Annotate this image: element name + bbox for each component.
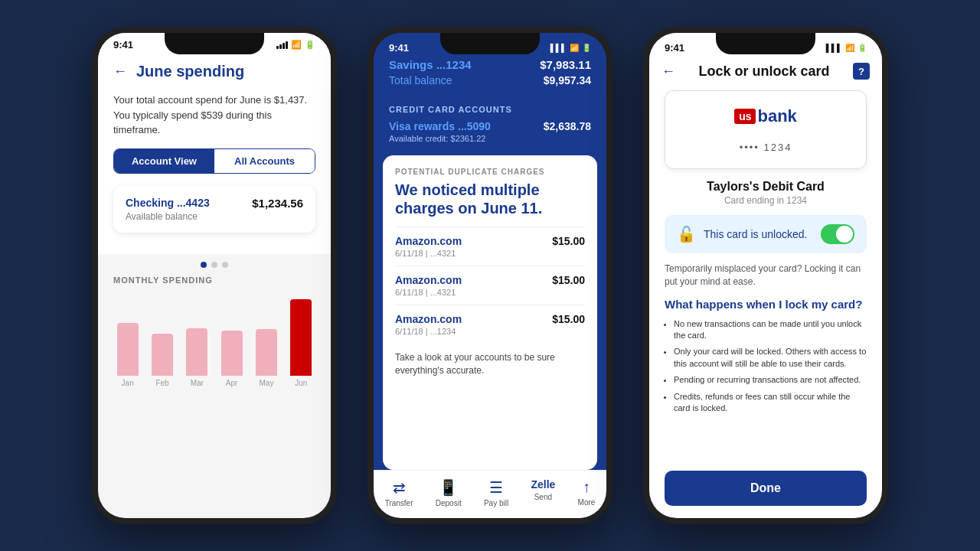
us-text: us (734, 109, 756, 124)
card-number: •••• 1234 (740, 142, 792, 153)
page-title-1: June spending (136, 63, 244, 80)
status-time-1: 9:41 (113, 39, 133, 51)
visa-row: Visa rewards ...5090 Available credit: $… (389, 120, 591, 143)
bank-text: bank (757, 106, 796, 126)
alert-heading: We noticed multiple charges on June 11. (395, 181, 585, 217)
status-bar-2: 9:41 ▌▌▌ 📶 🔋 (374, 33, 606, 57)
lock-status-bar: 🔓 This card is unlocked. (665, 215, 867, 253)
dot-1 (201, 262, 207, 268)
charge-amt-1: $15.00 (552, 235, 585, 247)
send-label: Send (534, 493, 552, 501)
visa-credit: Available credit: $2361.22 (389, 134, 491, 143)
status-bar-3: 9:41 ▌▌▌ 📶 🔋 (649, 33, 882, 57)
savings-amount: $7,983.11 (540, 58, 591, 71)
lock-bullets: No new transactions can be made until yo… (649, 318, 882, 419)
lock-status-text: This card is unlocked. (704, 228, 807, 240)
lock-toggle[interactable] (821, 224, 854, 244)
bar-label-may: May (260, 379, 274, 387)
transfer-icon: ⇄ (393, 478, 406, 497)
lock-description: Temporarily misplaced your card? Locking… (649, 262, 882, 289)
charge-row-2: Amazon.com 6/11/18 | ...4321 $15.00 (395, 266, 585, 305)
help-button[interactable]: ? (853, 63, 870, 80)
savings-name: Savings ...1234 (389, 58, 472, 71)
phone-1: 9:41 📶 🔋 ← June spending Your total acco… (92, 27, 337, 524)
dot-3 (222, 262, 228, 268)
card-visual: us bank •••• 1234 (665, 90, 867, 169)
view-toggle[interactable]: Account View All Accounts (113, 148, 315, 174)
nav-transfer[interactable]: ⇄ Transfer (385, 478, 413, 507)
status-bar-1: 9:41 📶 🔋 (98, 33, 331, 54)
cc-label: CREDIT CARD ACCOUNTS (389, 105, 591, 114)
total-amount: $9,957.34 (544, 74, 591, 86)
lock-bullet-1: No new transactions can be made until yo… (674, 318, 867, 342)
zelle-icon: Zelle (531, 478, 555, 491)
account-balance: $1,234.56 (252, 197, 303, 210)
savings-row: Savings ...1234 $7,983.11 (389, 58, 591, 71)
status-time-3: 9:41 (665, 42, 684, 54)
charge-row-3: Amazon.com 6/11/18 | ...1234 $15.00 (395, 305, 585, 344)
signal-icon (276, 41, 288, 49)
charge-amt-2: $15.00 (552, 274, 585, 286)
screen2-top: Savings ...1234 $7,983.11 Total balance … (374, 57, 606, 99)
back-button[interactable]: ← (113, 64, 127, 80)
all-accounts-button[interactable]: All Accounts (214, 149, 315, 173)
lock-bullet-2: Only your card will be locked. Others wi… (674, 346, 867, 370)
nav-paybill[interactable]: ☰ Pay bill (484, 478, 508, 507)
bar-jan: Jan (113, 323, 142, 387)
dot-2 (211, 262, 217, 268)
bar-label-jan: Jan (122, 379, 134, 387)
alert-card: POTENTIAL DUPLICATE CHARGES We noticed m… (383, 155, 597, 470)
card-sub: Card ending in 1234 (649, 195, 882, 206)
account-view-button[interactable]: Account View (114, 149, 214, 173)
card-name: Taylors's Debit Card (649, 180, 882, 194)
visa-amount: $2,638.78 (544, 120, 591, 143)
total-label: Total balance (389, 74, 452, 86)
status-icons-3: ▌▌▌ 📶 🔋 (826, 44, 867, 52)
screen1-header: ← June spending (98, 54, 331, 93)
account-name: Checking ...4423 (126, 197, 210, 209)
monthly-chart: Jan Feb Mar Apr May (98, 288, 331, 410)
bar-label-apr: Apr (226, 379, 238, 387)
screen3-body: us bank •••• 1234 Taylors's Debit Card C… (649, 89, 882, 518)
bar-may: May (252, 329, 280, 387)
phone-2: 9:41 ▌▌▌ 📶 🔋 Savings ...1234 $7,983.11 T… (368, 27, 612, 524)
bar-feb: Feb (148, 334, 176, 387)
back-button-3[interactable]: ← (662, 64, 675, 80)
account-card[interactable]: Checking ...4423 $1,234.56 Available bal… (113, 186, 315, 233)
charge-name-1: Amazon.com (395, 235, 462, 247)
status-icons-2: ▌▌▌ 📶 🔋 (550, 44, 591, 52)
total-row: Total balance $9,957.34 (389, 74, 591, 86)
charge-sub-3: 6/11/18 | ...1234 (395, 327, 462, 336)
nav-deposit[interactable]: 📱 Deposit (436, 478, 462, 507)
paybill-icon: ☰ (489, 478, 503, 497)
more-icon: ↑ (583, 478, 590, 496)
charge-amt-3: $15.00 (552, 313, 585, 325)
lock-question: What happens when I lock my card? (649, 298, 882, 311)
lock-bullet-3: Pending or recurring transactions are no… (674, 374, 867, 386)
phone-3: 9:41 ▌▌▌ 📶 🔋 ← Lock or unlock card ? us … (643, 27, 888, 524)
bar-jun: Jun (287, 299, 315, 387)
transfer-label: Transfer (385, 499, 413, 507)
bar-label-jun: Jun (295, 379, 307, 387)
status-icons-1: 📶 🔋 (276, 40, 315, 50)
lock-bullet-4: Credits, refunds or fees can still occur… (674, 391, 867, 415)
wifi-icon: 📶 (291, 40, 302, 50)
usbank-logo: us bank (734, 106, 797, 126)
battery-icon: 🔋 (305, 40, 315, 50)
unlock-icon: 🔓 (677, 225, 696, 243)
status-time-2: 9:41 (389, 42, 409, 54)
charge-name-2: Amazon.com (395, 274, 462, 286)
done-button[interactable]: Done (665, 471, 867, 506)
bar-label-mar: Mar (191, 379, 204, 387)
bar-apr: Apr (217, 331, 246, 387)
nav-more[interactable]: ↑ More (578, 478, 596, 507)
screen1-body: Your total account spend for June is $1,… (98, 93, 331, 254)
page-title-3: Lock or unlock card (698, 64, 829, 80)
bottom-nav: ⇄ Transfer 📱 Deposit ☰ Pay bill Zelle Se… (374, 470, 606, 518)
deposit-icon: 📱 (439, 478, 458, 497)
visa-name: Visa rewards ...5090 (389, 120, 491, 132)
alert-footer: Take a look at your accounts to be sure … (395, 351, 585, 377)
nav-send[interactable]: Zelle Send (531, 478, 555, 507)
spend-description: Your total account spend for June is $1,… (113, 93, 315, 138)
alert-label: POTENTIAL DUPLICATE CHARGES (395, 168, 585, 176)
